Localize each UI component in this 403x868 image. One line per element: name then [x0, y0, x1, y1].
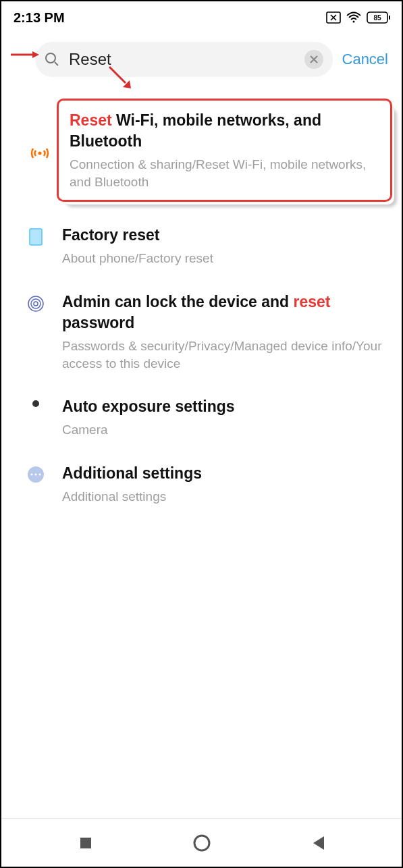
nav-recent-button[interactable]	[78, 835, 94, 851]
svg-marker-6	[32, 51, 39, 58]
result-item[interactable]: Additional settings Additional settings	[9, 451, 394, 518]
result-subtitle: Passwords & security/Privacy/Managed dev…	[62, 337, 384, 372]
result-subtitle: Additional settings	[62, 488, 384, 506]
result-text: Reset Wi-Fi, mobile networks, and Blueto…	[70, 110, 379, 190]
phone-rect-icon	[26, 227, 46, 246]
result-title: Reset Wi-Fi, mobile networks, and Blueto…	[70, 110, 379, 152]
svg-point-18	[30, 474, 32, 476]
svg-rect-3	[389, 16, 390, 20]
dot-icon	[26, 399, 46, 408]
triangle-back-icon	[311, 835, 325, 851]
result-item[interactable]: Factory reset About phone/Factory reset	[9, 213, 394, 279]
result-item-wrap: Reset Wi-Fi, mobile networks, and Blueto…	[9, 99, 394, 202]
result-subtitle: Camera	[62, 421, 384, 439]
svg-point-16	[32, 400, 39, 407]
result-text: Factory reset About phone/Factory reset	[62, 225, 384, 267]
status-time: 2:13 PM	[14, 10, 65, 26]
result-title: Factory reset	[62, 225, 384, 246]
result-title: Admin can lock the device and reset pass…	[62, 292, 384, 333]
fingerprint-icon	[26, 294, 46, 313]
svg-line-10	[55, 62, 58, 65]
search-input[interactable]	[69, 50, 304, 69]
svg-point-20	[38, 474, 41, 476]
svg-point-14	[31, 299, 41, 308]
annotation-arrow-result-icon	[107, 64, 134, 91]
search-icon	[45, 52, 59, 67]
result-text: Additional settings Additional settings	[62, 463, 384, 506]
result-title: Additional settings	[62, 463, 384, 484]
close-icon	[310, 55, 318, 63]
status-bar: 2:13 PM 85	[1, 1, 402, 34]
result-text: Auto exposure settings Camera	[62, 396, 384, 439]
svg-line-7	[109, 67, 126, 83]
clear-search-button[interactable]	[304, 50, 323, 69]
cancel-button[interactable]: Cancel	[341, 48, 389, 71]
status-right: 85	[326, 11, 391, 24]
result-subtitle: Connection & sharing/Reset Wi-Fi, mobile…	[70, 156, 379, 190]
nav-home-button[interactable]	[192, 834, 211, 852]
svg-rect-12	[30, 229, 42, 245]
svg-text:85: 85	[373, 14, 381, 22]
svg-point-11	[38, 151, 42, 155]
battery-icon: 85	[367, 11, 391, 24]
svg-point-9	[46, 53, 55, 63]
svg-point-15	[34, 302, 38, 306]
result-text: Admin can lock the device and reset pass…	[62, 292, 384, 372]
navigation-bar	[1, 818, 402, 867]
svg-marker-23	[313, 836, 324, 850]
svg-rect-21	[80, 838, 91, 848]
more-icon	[26, 466, 46, 483]
circle-icon	[192, 834, 211, 852]
result-item[interactable]: Admin can lock the device and reset pass…	[9, 279, 394, 384]
svg-point-1	[353, 21, 355, 23]
result-title: Auto exposure settings	[62, 396, 384, 417]
svg-point-19	[34, 474, 36, 476]
result-item[interactable]: Reset Wi-Fi, mobile networks, and Blueto…	[57, 99, 392, 202]
search-results: Reset Wi-Fi, mobile networks, and Blueto…	[1, 85, 402, 518]
broadcast-icon	[30, 143, 50, 163]
search-box[interactable]	[35, 42, 333, 77]
nav-back-button[interactable]	[311, 835, 325, 851]
result-subtitle: About phone/Factory reset	[62, 250, 384, 267]
sim-error-icon	[326, 11, 341, 24]
search-row: Cancel	[1, 34, 402, 85]
annotation-arrow-search-icon	[11, 51, 39, 58]
wifi-icon	[346, 11, 361, 24]
square-icon	[78, 835, 94, 851]
svg-point-22	[194, 836, 209, 850]
result-item[interactable]: Auto exposure settings Camera	[9, 384, 394, 451]
